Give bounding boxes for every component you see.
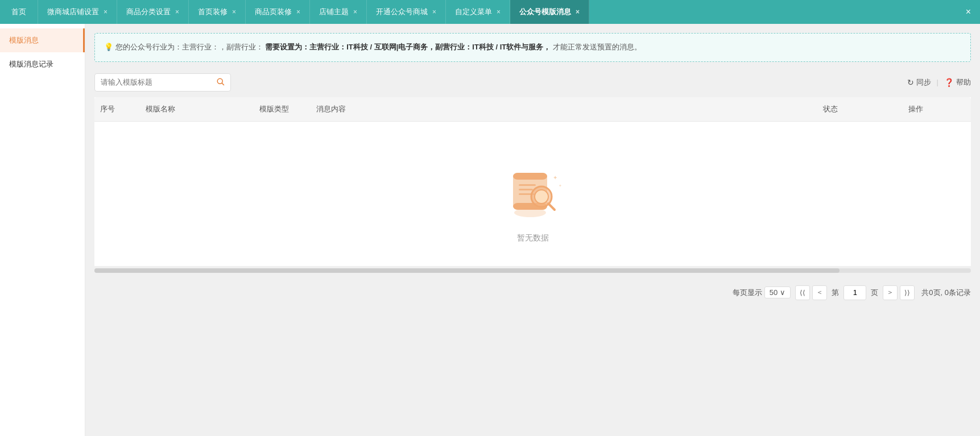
tab-theme-close[interactable]: × [353,8,357,16]
tab-theme[interactable]: 店铺主题 × [310,0,367,24]
data-table: 序号 模版名称 模版类型 消息内容 状态 操作 [94,97,971,266]
empty-state: ✦ ✦ 暂无数据 [94,122,971,266]
sidebar: 模版消息 模版消息记录 [0,24,85,436]
content-area: 💡 您的公众号行业为：主营行业：，副营行业： 需要设置为：主营行业：IT科技 /… [85,24,980,436]
tab-openstore-close[interactable]: × [432,8,436,16]
tab-productpage[interactable]: 商品页装修 × [246,0,310,24]
table-scroll: 序号 模版名称 模版类型 消息内容 状态 操作 [94,97,971,266]
main-layout: 模版消息 模版消息记录 💡 您的公众号行业为：主营行业：，副营行业： 需要设置为… [0,24,980,436]
tab-templatemsg[interactable]: 公众号模版消息 × [510,0,589,24]
tab-wshop-label: 微商城店铺设置 [47,7,99,17]
tab-productpage-close[interactable]: × [296,8,300,16]
notice-highlight: 需要设置为：主营行业：IT科技 / 互联网|电子商务，副营行业：IT科技 / I… [265,43,551,51]
tab-custommenu-label: 自定义菜单 [455,7,492,17]
sidebar-item-template-msg[interactable]: 模版消息 [0,28,85,52]
sync-button[interactable]: ↻ 同步 [907,77,931,88]
page-last-btn[interactable]: ⟩⟩ [900,285,915,300]
svg-rect-4 [513,173,547,180]
tab-custommenu[interactable]: 自定义菜单 × [446,0,510,24]
svg-point-10 [535,190,548,204]
scroll-thumb[interactable] [94,268,840,273]
svg-rect-6 [519,184,536,186]
col-index: 序号 [94,97,140,122]
page-input[interactable] [843,285,866,300]
sync-icon: ↻ [907,78,914,87]
toolbar-divider: | [937,78,938,86]
page-size-value: 50 [770,288,778,297]
table-body: ✦ ✦ 暂无数据 [94,121,971,266]
tab-home[interactable]: 首页 [0,0,38,24]
sidebar-item-template-msg-log[interactable]: 模版消息记录 [0,52,85,76]
page-next-btn[interactable]: ＞ [883,285,898,300]
page-total-info: 共0页, 0条记录 [921,288,971,298]
tab-home-label: 首页 [11,7,26,17]
search-row: ↻ 同步 | ❓ 帮助 [94,73,971,92]
empty-text: 暂无数据 [517,233,549,243]
svg-line-1 [222,83,224,85]
tab-theme-label: 店铺主题 [319,7,349,17]
sidebar-item-template-msg-log-label: 模版消息记录 [9,60,53,68]
col-content: 消息内容 [311,97,817,122]
col-type: 模版类型 [254,97,311,122]
page-size-select: 每页显示 50 ∨ [733,286,791,298]
pagination-row: 每页显示 50 ∨ ⟨⟨ ＜ 第 页 ＞ ⟩⟩ 共0页, 0条记录 [94,280,971,304]
page-label: 第 [832,288,839,298]
col-status: 状态 [817,97,903,122]
col-action: 操作 [903,97,971,122]
tab-bar: 首页 微商城店铺设置 × 商品分类设置 × 首页装修 × 商品页装修 × 店铺主… [0,0,980,24]
notice-prefix: 您的公众号行业为：主营行业：，副营行业： [115,43,263,51]
toolbar-right: ↻ 同步 | ❓ 帮助 [907,77,971,88]
table-header-row: 序号 模版名称 模版类型 消息内容 状态 操作 [94,97,971,122]
table-empty-row: ✦ ✦ 暂无数据 [94,121,971,266]
col-name: 模版名称 [140,97,254,122]
page-prev-btn[interactable]: ＜ [812,285,827,300]
page-first-btn[interactable]: ⟨⟨ [795,285,810,300]
search-icon[interactable] [216,77,225,88]
sync-label: 同步 [916,77,931,88]
tab-homepage[interactable]: 首页装修 × [189,0,246,24]
tab-openstore-label: 开通公众号商城 [376,7,428,17]
tab-homepage-label: 首页装修 [198,7,228,17]
svg-text:✦: ✦ [559,184,562,188]
tab-templatemsg-close[interactable]: × [576,8,580,16]
tab-templatemsg-label: 公众号模版消息 [519,7,571,17]
tab-custommenu-close[interactable]: × [497,8,501,16]
empty-illustration: ✦ ✦ [499,156,567,224]
search-input[interactable] [101,78,214,86]
notice-suffix: 才能正常发送预置的消息。 [553,43,642,51]
page-size-label: 每页显示 [733,288,762,298]
svg-text:✦: ✦ [553,175,557,181]
page-unit: 页 [871,288,878,298]
svg-rect-7 [519,189,533,190]
page-size-dropdown[interactable]: 50 ∨ [764,286,791,298]
scroll-track[interactable] [94,268,971,273]
notice-banner: 💡 您的公众号行业为：主营行业：，副营行业： 需要设置为：主营行业：IT科技 /… [94,33,971,62]
help-label: 帮助 [956,77,971,88]
page-size-chevron-icon: ∨ [780,288,785,297]
help-button[interactable]: ❓ 帮助 [944,77,971,88]
tab-wshop-close[interactable]: × [104,8,107,16]
tab-category-close[interactable]: × [175,8,179,16]
page-nav: ⟨⟨ ＜ 第 页 ＞ ⟩⟩ 共0页, 0条记录 [795,285,971,300]
tab-bar-close-all[interactable]: × [957,0,980,24]
help-icon: ❓ [944,78,954,87]
tab-homepage-close[interactable]: × [232,8,236,16]
tab-productpage-label: 商品页装修 [255,7,292,17]
tab-openstore[interactable]: 开通公众号商城 × [367,0,446,24]
tab-wshop[interactable]: 微商城店铺设置 × [38,0,117,24]
tab-category[interactable]: 商品分类设置 × [117,0,189,24]
bulb-icon: 💡 [104,43,113,51]
tab-category-label: 商品分类设置 [126,7,171,17]
svg-line-11 [548,204,555,210]
search-input-wrap[interactable] [94,73,231,92]
sidebar-item-template-msg-label: 模版消息 [9,36,39,44]
